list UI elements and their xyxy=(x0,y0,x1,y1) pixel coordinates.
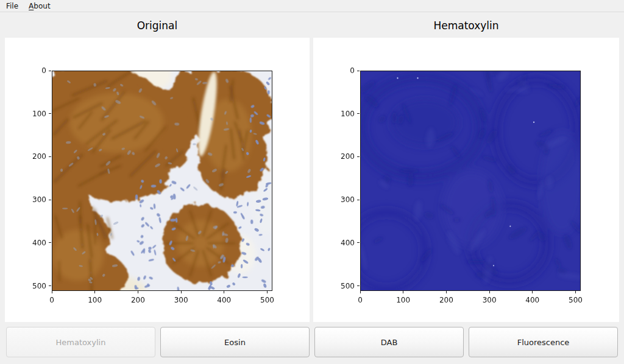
x-tick-label: 200 xyxy=(124,295,151,305)
y-tick-mark xyxy=(49,113,51,114)
original-panel-title: Original xyxy=(5,18,310,33)
y-tick-mark xyxy=(357,156,360,157)
y-tick-label: 200 xyxy=(21,152,46,161)
y-tick-mark xyxy=(357,71,360,71)
menu-about[interactable]: About xyxy=(29,2,51,10)
x-tick-label: 0 xyxy=(38,295,65,305)
menubar: File About xyxy=(0,0,624,12)
y-tick-mark xyxy=(357,242,360,243)
y-tick-mark xyxy=(49,285,51,286)
x-tick-label: 300 xyxy=(168,295,194,305)
x-tick-mark xyxy=(267,291,268,293)
x-tick-mark xyxy=(403,291,403,293)
x-tick-label: 400 xyxy=(211,295,238,305)
y-tick-label: 400 xyxy=(329,238,355,248)
y-tick-label: 0 xyxy=(329,66,355,75)
original-plot-frame xyxy=(52,71,272,291)
x-tick-mark xyxy=(181,291,182,293)
original-plot: 01002003004005000100200300400500 xyxy=(52,71,272,291)
x-tick-mark xyxy=(575,291,576,293)
menu-about-rest: bout xyxy=(34,2,50,10)
y-tick-label: 100 xyxy=(21,109,46,119)
x-tick-mark xyxy=(446,291,447,293)
stain-button-dab[interactable]: DAB xyxy=(314,327,464,357)
y-tick-mark xyxy=(357,113,360,114)
x-tick-label: 100 xyxy=(390,295,417,305)
x-tick-label: 500 xyxy=(562,295,589,305)
y-tick-mark xyxy=(49,242,51,243)
y-tick-mark xyxy=(357,285,360,286)
hematoxylin-panel: 01002003004005000100200300400500 xyxy=(313,38,619,322)
x-tick-mark xyxy=(532,291,533,293)
x-tick-mark xyxy=(224,291,224,293)
hematoxylin-panel-title: Hematoxylin xyxy=(313,18,619,33)
y-tick-label: 300 xyxy=(21,195,46,205)
y-tick-mark xyxy=(49,71,51,71)
y-tick-label: 500 xyxy=(21,281,46,291)
y-tick-label: 0 xyxy=(21,66,46,75)
x-tick-mark xyxy=(94,291,95,293)
y-tick-mark xyxy=(49,200,51,200)
stain-button-fluorescence[interactable]: Fluorescence xyxy=(469,327,618,357)
stain-button-hematoxylin: Hematoxylin xyxy=(6,327,155,357)
x-tick-mark xyxy=(138,291,138,293)
hematoxylin-image xyxy=(361,71,580,290)
hematoxylin-plot-frame xyxy=(360,71,581,291)
x-tick-label: 400 xyxy=(519,295,546,305)
original-image xyxy=(52,71,272,290)
x-tick-label: 300 xyxy=(476,295,503,305)
original-panel: 01002003004005000100200300400500 xyxy=(5,38,310,322)
hematoxylin-plot: 01002003004005000100200300400500 xyxy=(360,71,581,291)
y-tick-mark xyxy=(49,156,51,157)
x-tick-label: 0 xyxy=(347,295,374,305)
x-tick-mark xyxy=(360,291,361,293)
menu-file[interactable]: File xyxy=(6,2,18,10)
y-tick-mark xyxy=(357,200,360,200)
x-tick-label: 200 xyxy=(433,295,459,305)
y-tick-label: 400 xyxy=(21,238,46,248)
x-tick-label: 100 xyxy=(82,295,108,305)
y-tick-label: 500 xyxy=(329,281,355,291)
y-tick-label: 200 xyxy=(329,152,355,161)
x-tick-mark xyxy=(489,291,490,293)
x-tick-label: 500 xyxy=(254,295,281,305)
y-tick-label: 300 xyxy=(329,195,355,205)
y-tick-label: 100 xyxy=(329,109,355,119)
x-tick-mark xyxy=(52,291,52,293)
stain-button-eosin[interactable]: Eosin xyxy=(160,327,310,357)
